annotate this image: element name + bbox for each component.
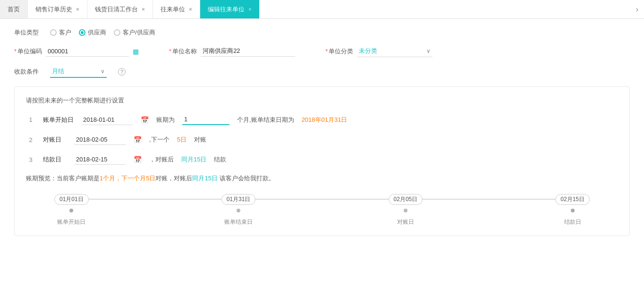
radio-both[interactable]: 客户/供应商	[114, 28, 155, 37]
row-3-label: 结款日	[43, 155, 67, 164]
radio-both-circle	[114, 29, 120, 36]
row-1-period-suffix: 个月,账单结束日期为	[237, 116, 294, 124]
preview-p2: 下一个月5日	[121, 175, 155, 182]
radio-customer[interactable]: 客户	[50, 28, 71, 37]
unit-code-icon[interactable]: ▦	[133, 48, 139, 55]
tab-edit-partner-close[interactable]: ×	[248, 6, 252, 13]
billing-period-panel: 请按照未来的一个完整帐期进行设置 1 账单开始日 📅 账期为 个月,账单结束日期…	[14, 86, 630, 236]
timeline-dot-0	[69, 209, 73, 212]
unit-type-label: 单位类型	[14, 28, 39, 37]
tab-sales-history[interactable]: 销售订单历史 ×	[28, 0, 87, 18]
tab-cash-work-close[interactable]: ×	[142, 6, 145, 13]
tab-home-label: 首页	[8, 5, 20, 14]
row-2-calendar-icon[interactable]: 📅	[134, 136, 142, 144]
payment-term-select[interactable]: 月结 ∨	[50, 66, 107, 78]
preview-end: 该客户会给我打款。	[220, 175, 275, 182]
unit-type-radio-group: 客户 供应商 客户/供应商	[50, 28, 155, 37]
timeline-point-1: 01月31日 账单结束日	[221, 194, 256, 226]
timeline-point-0: 01月01日 账单开始日	[54, 194, 89, 226]
row-1-num: 1	[26, 116, 35, 123]
row-1-date-input[interactable]	[81, 115, 133, 125]
unit-code-group: *单位编码 ▦	[14, 46, 139, 57]
unit-info-row: *单位编码 ▦ *单位名称 *单位分类 未分类 ∨	[14, 45, 630, 57]
preview-label: 账期预览：当前客户账期是	[26, 175, 100, 182]
timeline-dot-1	[237, 209, 240, 212]
tabs-bar: 首页 销售订单历史 × 钱货日清工作台 × 往来单位 × 编辑往来单位 × ›	[0, 0, 644, 19]
billing-row-3: 3 结款日 📅 ，对账后同月15日结款	[26, 154, 618, 165]
timeline-badge-1: 01月31日	[221, 194, 256, 205]
payment-term-row: 收款条件 月结 ∨ ?	[14, 66, 630, 78]
preview-text: 账期预览：当前客户账期是1个月，下一个月5日对账，对账后同月15日 该客户会给我…	[26, 174, 618, 183]
radio-both-label: 客户/供应商	[123, 28, 155, 37]
unit-category-select[interactable]: 未分类 ∨	[357, 45, 432, 57]
tab-partners-label: 往来单位	[161, 5, 185, 14]
row-2-date-input[interactable]	[74, 135, 126, 145]
timeline-label-1: 账单结束日	[224, 218, 253, 226]
payment-term-help-icon[interactable]: ?	[118, 68, 126, 76]
preview-mid: 对账，对账后	[155, 175, 192, 182]
tab-edit-partner-label: 编辑往来单位	[208, 5, 245, 14]
unit-category-chevron: ∨	[426, 48, 431, 54]
row-2-suffix-post: 对账	[194, 135, 206, 144]
row-2-num: 2	[26, 136, 35, 144]
row-3-suffix-pre: ，对账后	[149, 155, 174, 164]
unit-category-label: *单位分类	[325, 47, 353, 56]
timeline-badge-2: 02月05日	[389, 194, 423, 205]
preview-p1: 1个月，	[100, 175, 121, 182]
tab-sales-history-close[interactable]: ×	[76, 6, 79, 13]
row-3-date-input[interactable]	[74, 154, 126, 165]
billing-row-2: 2 对账日 📅 ,下一个5日对账	[26, 135, 618, 145]
tab-partners[interactable]: 往来单位 ×	[153, 0, 200, 18]
row-2-suffix-pre: ,下一个	[149, 135, 169, 144]
row-3-calendar-icon[interactable]: 📅	[134, 156, 142, 163]
timeline-points: 01月01日 账单开始日 01月31日 账单结束日 02月05日 对账日 02月…	[54, 194, 590, 226]
tab-home[interactable]: 首页	[0, 0, 28, 18]
payment-term-chevron: ∨	[101, 68, 105, 75]
row-1-period-end-date: 2018年01月31日	[302, 116, 347, 124]
timeline-badge-0: 01月01日	[54, 194, 89, 205]
radio-customer-circle	[50, 29, 57, 36]
payment-term-label: 收款条件	[14, 68, 39, 76]
payment-term-value: 月结	[52, 67, 98, 76]
unit-category-group: *单位分类 未分类 ∨	[325, 45, 432, 57]
tab-cash-work-label: 钱货日清工作台	[95, 5, 138, 14]
unit-code-label: *单位编码	[14, 47, 42, 56]
row-1-period-prefix: 账期为	[156, 116, 175, 124]
billing-row-1: 1 账单开始日 📅 账期为 个月,账单结束日期为 2018年01月31日	[26, 114, 618, 125]
row-1-label: 账单开始日	[43, 116, 74, 124]
row-1-calendar-icon[interactable]: 📅	[141, 116, 149, 124]
timeline-dot-2	[404, 209, 407, 212]
row-1-period-input[interactable]	[182, 114, 229, 125]
row-3-suffix-highlight: 同月15日	[181, 155, 206, 164]
timeline-label-2: 对账日	[397, 218, 414, 226]
tab-partners-close[interactable]: ×	[189, 6, 192, 13]
tab-cash-work[interactable]: 钱货日清工作台 ×	[87, 0, 153, 18]
row-2-label: 对账日	[43, 135, 67, 144]
timeline-label-3: 结款日	[564, 218, 581, 226]
content-area: 单位类型 客户 供应商 客户/供应商 *单位编码 ▦	[0, 19, 644, 287]
tab-more-button[interactable]: ›	[630, 0, 644, 18]
row-3-suffix-post: 结款	[214, 155, 226, 164]
unit-category-value: 未分类	[359, 47, 424, 55]
timeline-wrapper: 01月01日 账单开始日 01月31日 账单结束日 02月05日 对账日 02月…	[26, 194, 618, 226]
timeline-point-2: 02月05日 对账日	[389, 194, 423, 226]
row-3-num: 3	[26, 156, 35, 163]
tab-sales-history-label: 销售订单历史	[35, 5, 72, 14]
radio-supplier-circle	[79, 29, 85, 36]
unit-type-row: 单位类型 客户 供应商 客户/供应商	[14, 28, 630, 37]
row-2-suffix-highlight: 5日	[177, 135, 186, 144]
unit-name-label: *单位名称	[169, 47, 197, 56]
tab-edit-partner[interactable]: 编辑往来单位 ×	[200, 0, 260, 18]
timeline-badge-3: 02月15日	[555, 194, 590, 205]
timeline-dot-3	[571, 209, 575, 212]
radio-supplier[interactable]: 供应商	[79, 28, 106, 37]
unit-name-input[interactable]	[201, 46, 295, 57]
timeline-label-0: 账单开始日	[57, 218, 85, 226]
timeline-point-3: 02月15日 结款日	[555, 194, 590, 226]
unit-name-group: *单位名称	[169, 46, 295, 57]
unit-code-input[interactable]	[46, 46, 129, 57]
panel-title: 请按照未来的一个完整帐期进行设置	[26, 96, 618, 105]
radio-supplier-label: 供应商	[88, 28, 106, 37]
preview-p3: 同月15日	[192, 175, 217, 182]
radio-customer-label: 客户	[59, 28, 71, 37]
